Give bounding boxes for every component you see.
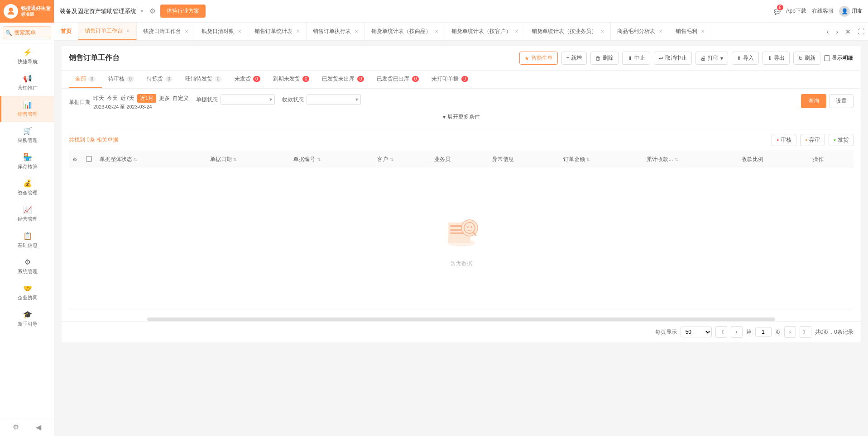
sub-tab-all[interactable]: 全部 0 — [69, 71, 102, 88]
import-button[interactable]: ⬆ 导入 — [732, 52, 759, 65]
industry-plan-button[interactable]: 体验行业方案 — [160, 5, 206, 18]
horizontal-scrollbar[interactable] — [147, 318, 775, 321]
date-yesterday[interactable]: 昨天 — [93, 95, 104, 102]
date-7days[interactable]: 近7天 — [120, 95, 134, 102]
collapse-icon[interactable]: ◀ — [36, 423, 41, 431]
tab-prev-button[interactable]: ‹ — [823, 24, 833, 40]
settings-icon[interactable]: ⚙ — [13, 423, 19, 431]
review-button[interactable]: ● 审核 — [772, 134, 796, 146]
page-last-button[interactable]: 》 — [800, 326, 811, 338]
status-select[interactable] — [221, 94, 275, 105]
query-button[interactable]: 查询 — [801, 94, 826, 108]
search-menu-button[interactable]: 🔍 搜索菜单 — [3, 26, 51, 39]
sidebar-item-marketing[interactable]: 📢 营销推广 — [0, 70, 54, 96]
tab-close-sales-order-exec[interactable]: ✕ — [355, 29, 358, 34]
show-details-checkbox[interactable] — [824, 55, 830, 61]
th-abnormal: 异常信息 — [489, 151, 560, 168]
sidebar-item-enterprise[interactable]: 🤝 企业协同 — [0, 280, 54, 306]
date-today[interactable]: 今天 — [107, 95, 118, 102]
tab-close-product-margin[interactable]: ✕ — [659, 29, 662, 34]
page-next-button[interactable]: › — [784, 326, 796, 338]
smart-generate-button[interactable]: ★ 智能生单 — [519, 52, 558, 65]
sub-tab-shipped-not-out[interactable]: 已发货未出库 0 — [316, 71, 370, 88]
sidebar-item-operations[interactable]: 📈 经营管理 — [0, 201, 54, 227]
summary-prefix: 共找到 — [69, 137, 85, 143]
sidebar-item-system[interactable]: ⚙ 系统管理 — [0, 253, 54, 280]
tab-sales-profit[interactable]: 销售毛利✕ — [669, 23, 711, 40]
refresh-button[interactable]: ↻ 刷新 — [793, 52, 820, 65]
payment-select[interactable] — [307, 94, 361, 105]
tab-close-sales-profit[interactable]: ✕ — [701, 29, 705, 34]
sub-tab-shipped-out[interactable]: 已发货已出库 0 — [370, 71, 425, 88]
date-more[interactable]: 更多 — [159, 95, 170, 102]
add-button[interactable]: + 新增 — [561, 52, 587, 65]
sidebar-item-basic-info[interactable]: 📋 基础信息 — [0, 227, 54, 253]
total-info: 共0页，0条记录 — [815, 328, 854, 336]
sort-status-icon[interactable]: ⇅ — [134, 157, 137, 162]
sidebar-item-quick-nav[interactable]: ⚡ 快捷导航 — [0, 43, 54, 70]
sort-date-icon[interactable]: ⇅ — [233, 157, 237, 162]
tab-expand-button[interactable]: ⛶ — [854, 24, 868, 40]
tab-close-sales-order-stats[interactable]: ✕ — [296, 29, 300, 34]
setting-button[interactable]: 设置 — [829, 94, 854, 108]
sort-amount-icon[interactable]: ⇅ — [586, 157, 590, 162]
print-button[interactable]: 🖨 打印 ▾ — [695, 52, 728, 65]
tab-product-margin[interactable]: 商品毛利分析表✕ — [611, 23, 669, 40]
tab-cash-daily[interactable]: 钱货日清工作台✕ — [137, 23, 195, 40]
date-1month[interactable]: 近1月 — [137, 94, 157, 103]
sidebar-item-inventory[interactable]: 🏪 库存核算 — [0, 148, 54, 175]
tab-next-button[interactable]: › — [832, 24, 842, 40]
sub-tab-not-shipped[interactable]: 未发货 0 — [228, 71, 267, 88]
message-icon-button[interactable]: 💬 6 — [774, 6, 781, 16]
expand-conditions-button[interactable]: ▾ 展开更多条件 — [443, 113, 480, 121]
select-all-checkbox[interactable] — [86, 156, 92, 162]
tab-close-sales-stats-staff[interactable]: ✕ — [600, 29, 604, 34]
date-custom[interactable]: 自定义 — [173, 95, 189, 102]
sub-tab-wangpu-pending[interactable]: 旺铺待发货 0 — [179, 71, 228, 88]
status-select-wrap — [221, 94, 275, 105]
tab-sales-order-stats[interactable]: 销售订单统计表✕ — [248, 23, 307, 40]
page-suffix: 页 — [775, 328, 781, 336]
tab-close-cash-reconcile[interactable]: ✕ — [238, 29, 241, 34]
cancel-review-button[interactable]: ● 弃审 — [800, 134, 825, 146]
page-first-button[interactable]: 《 — [715, 326, 727, 338]
cancel-suspend-button[interactable]: ↩ 取消中止 — [654, 52, 692, 65]
sort-received-icon[interactable]: ⇅ — [675, 157, 678, 162]
tab-close-cash-daily[interactable]: ✕ — [185, 29, 188, 34]
sub-tab-pending-review[interactable]: 待审核 0 — [102, 71, 140, 88]
tab-sales-stats-product[interactable]: 销货单统计表（按商品）✕ — [365, 23, 445, 40]
sort-number-icon[interactable]: ⇅ — [317, 157, 321, 162]
topbar-dropdown-icon[interactable]: ▾ — [141, 9, 143, 14]
topbar-gear-icon[interactable]: ⚙ — [149, 7, 156, 15]
tab-sales-stats-staff[interactable]: 销货单统计表（按业务员）✕ — [525, 23, 611, 40]
delete-button[interactable]: 🗑 删除 — [590, 52, 619, 65]
tab-sales-stats-customer[interactable]: 销货单统计表（按客户）✕ — [445, 23, 525, 40]
suspend-button[interactable]: ⏸ 中止 — [622, 52, 650, 65]
sub-tab-overdue-not-shipped[interactable]: 到期未发货 0 — [267, 71, 316, 88]
sub-tab-pending-inspect[interactable]: 待拣货 0 — [140, 71, 179, 88]
tab-sales-order-exec[interactable]: 销售订单执行表✕ — [307, 23, 365, 40]
tab-home[interactable]: 首页 — [54, 23, 78, 40]
page-prev-button[interactable]: ‹ — [731, 326, 743, 338]
user-menu[interactable]: 👤 用友 — [839, 6, 863, 17]
sidebar-item-sales[interactable]: 📊 销售管理 — [0, 96, 54, 122]
tab-close-sales-stats-product[interactable]: ✕ — [435, 29, 438, 34]
sort-customer-icon[interactable]: ⇅ — [390, 157, 393, 162]
online-service-link[interactable]: 在线客服 — [812, 7, 834, 15]
tab-close-all-button[interactable]: ✕ — [842, 24, 854, 40]
tab-cash-reconcile[interactable]: 钱货日清对账✕ — [195, 23, 248, 40]
tab-sales-order-workbench[interactable]: 销售订单工作台✕ — [78, 23, 137, 40]
show-details-toggle[interactable]: 显示明细 — [824, 54, 854, 62]
app-download-link[interactable]: App下载 — [786, 7, 806, 15]
sidebar-item-purchase[interactable]: 🛒 采购管理 — [0, 122, 54, 148]
per-page-select[interactable]: 50 10 20 100 — [681, 327, 712, 337]
ship-button[interactable]: ● 发货 — [829, 134, 854, 146]
export-button[interactable]: ⬇ 导出 — [762, 52, 790, 65]
sub-tab-not-printed[interactable]: 未打印单据 0 — [425, 71, 475, 88]
sidebar-item-finance[interactable]: 💰 资金管理 — [0, 175, 54, 201]
page-input[interactable] — [755, 327, 772, 337]
tab-close-sales-order-workbench[interactable]: ✕ — [126, 28, 130, 33]
tab-close-sales-stats-customer[interactable]: ✕ — [515, 29, 518, 34]
th-setting[interactable]: ⚙ — [69, 151, 82, 168]
sidebar-item-guide[interactable]: 🎓 新手引导 — [0, 306, 54, 332]
